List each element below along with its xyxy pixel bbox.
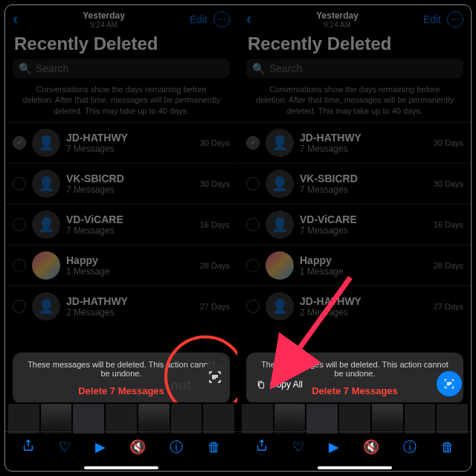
list-item[interactable]: 👤 VK-SBICRD 7 Messages 30 Days bbox=[239, 163, 471, 204]
row-right: 27 Days bbox=[434, 302, 463, 311]
back-chevron-icon[interactable]: ‹ bbox=[13, 10, 18, 29]
select-radio[interactable]: ✓ bbox=[246, 136, 260, 149]
search-input[interactable] bbox=[269, 62, 457, 74]
copy-all-button[interactable]: Copy All bbox=[249, 376, 310, 393]
select-radio[interactable] bbox=[13, 259, 26, 272]
thumbnail[interactable] bbox=[41, 404, 72, 434]
more-icon[interactable]: ⋯ bbox=[447, 11, 463, 28]
share-icon[interactable] bbox=[255, 439, 268, 456]
photo-toolbar: ♡ ▶ 🔇 ⓘ 🗑 bbox=[5, 431, 237, 463]
select-radio[interactable] bbox=[246, 259, 260, 272]
avatar: 👤 bbox=[266, 210, 294, 239]
thumbnail[interactable] bbox=[106, 404, 137, 434]
avatar: 👤 bbox=[266, 292, 294, 321]
live-text-icon[interactable] bbox=[200, 362, 230, 392]
delete-confirm-banner: These messages will be deleted. This act… bbox=[13, 353, 230, 404]
avatar: 👤 bbox=[32, 292, 60, 321]
row-name: VD-ViCARE bbox=[66, 213, 194, 225]
home-indicator bbox=[84, 466, 158, 469]
row-right: 16 Days bbox=[200, 220, 230, 229]
screenshot-right: ‹ Yesterday 9:24 AM Edit ⋯ Recently Dele… bbox=[239, 5, 471, 471]
row-right: 30 Days bbox=[200, 179, 230, 188]
thumbnail[interactable] bbox=[138, 404, 170, 434]
thumbnail[interactable] bbox=[306, 404, 338, 434]
select-radio[interactable] bbox=[13, 218, 26, 231]
photo-toolbar: ♡ ▶ 🔇 ⓘ 🗑 bbox=[239, 431, 471, 463]
row-right: 28 Days bbox=[434, 261, 463, 270]
avatar: 👤 bbox=[32, 170, 60, 198]
search-icon: 🔍 bbox=[252, 62, 265, 74]
row-right: 30 Days bbox=[434, 138, 463, 147]
row-sub: 7 Messages bbox=[66, 225, 194, 236]
share-icon[interactable] bbox=[22, 439, 35, 456]
edit-button[interactable]: Edit bbox=[423, 13, 441, 25]
thumbnail[interactable] bbox=[242, 404, 273, 434]
trash-icon[interactable]: 🗑 bbox=[208, 440, 221, 455]
select-radio[interactable] bbox=[13, 177, 26, 190]
list-item[interactable]: 👤 VD-ViCARE 7 Messages 16 Days bbox=[5, 204, 237, 245]
thumbnail[interactable] bbox=[8, 404, 39, 434]
play-icon[interactable]: ▶ bbox=[95, 439, 106, 455]
list-item[interactable]: Happy 1 Message 28 Days bbox=[239, 245, 471, 286]
avatar: 👤 bbox=[32, 129, 60, 157]
list-item[interactable]: 👤 VD-ViCARE 7 Messages 16 Days bbox=[239, 204, 471, 245]
heart-icon[interactable]: ♡ bbox=[292, 439, 304, 455]
thumbnail-strip[interactable] bbox=[5, 402, 237, 435]
edit-button[interactable]: Edit bbox=[190, 13, 208, 25]
select-radio[interactable] bbox=[246, 218, 260, 231]
list-item[interactable]: Happy 1 Message 28 Days bbox=[5, 245, 237, 286]
list-item[interactable]: ✓ 👤 JD-HATHWY 7 Messages 30 Days bbox=[5, 122, 237, 163]
row-name: VD-ViCARE bbox=[300, 213, 428, 225]
row-name: VK-SBICRD bbox=[66, 173, 194, 184]
back-chevron-icon[interactable]: ‹ bbox=[246, 10, 251, 29]
page-title: Recently Deleted bbox=[5, 30, 237, 59]
info-icon[interactable]: ⓘ bbox=[403, 438, 416, 456]
search-bar[interactable]: 🔍 bbox=[13, 59, 230, 78]
thumbnail[interactable] bbox=[339, 404, 370, 434]
thumbnail-strip[interactable] bbox=[239, 402, 471, 435]
nav-time: 9:24 AM bbox=[251, 21, 423, 29]
thumbnail[interactable] bbox=[203, 404, 234, 434]
row-right: 27 Days bbox=[200, 302, 230, 311]
thumbnail[interactable] bbox=[405, 404, 436, 434]
search-bar[interactable]: 🔍 bbox=[246, 59, 463, 78]
row-name: JD-HATHWY bbox=[66, 295, 194, 307]
row-sub: 7 Messages bbox=[66, 184, 194, 195]
select-radio[interactable] bbox=[246, 300, 260, 313]
row-sub: 7 Messages bbox=[66, 144, 194, 154]
search-icon: 🔍 bbox=[19, 62, 31, 74]
row-right: 30 Days bbox=[434, 179, 463, 188]
thumbnail[interactable] bbox=[171, 404, 202, 434]
list-item[interactable]: 👤 JD-HATHWY 2 Messages 27 Days bbox=[5, 286, 237, 327]
thumbnail[interactable] bbox=[372, 404, 403, 434]
live-text-icon[interactable] bbox=[437, 371, 462, 396]
speaker-muted-icon[interactable]: 🔇 bbox=[363, 439, 379, 455]
avatar: 👤 bbox=[266, 129, 294, 157]
list-item[interactable]: 👤 JD-HATHWY 2 Messages 27 Days bbox=[239, 286, 471, 327]
nav-date: Yesterday bbox=[18, 10, 190, 21]
deletion-explainer: Conversations show the days remaining be… bbox=[5, 84, 237, 122]
info-icon[interactable]: ⓘ bbox=[170, 438, 183, 456]
speaker-muted-icon[interactable]: 🔇 bbox=[129, 439, 146, 455]
screenshot-left: ‹ Yesterday 9:24 AM Edit ⋯ Recently Dele… bbox=[5, 5, 237, 471]
trash-icon[interactable]: 🗑 bbox=[441, 440, 454, 455]
nav-time: 9:24 AM bbox=[18, 21, 190, 29]
heart-icon[interactable]: ♡ bbox=[59, 439, 71, 455]
copy-all-label: Copy All bbox=[270, 379, 303, 390]
select-radio[interactable] bbox=[246, 177, 260, 190]
home-indicator bbox=[318, 466, 392, 469]
nav-date: Yesterday bbox=[251, 10, 423, 21]
list-item[interactable]: 👤 VK-SBICRD 7 Messages 30 Days bbox=[5, 163, 237, 204]
select-radio[interactable]: ✓ bbox=[13, 136, 26, 149]
more-icon[interactable]: ⋯ bbox=[213, 11, 230, 28]
list-item[interactable]: ✓ 👤 JD-HATHWY 7 Messages 30 Days bbox=[239, 122, 471, 163]
search-input[interactable] bbox=[36, 62, 224, 74]
row-name: JD-HATHWY bbox=[300, 295, 428, 307]
thumbnail[interactable] bbox=[437, 404, 468, 434]
svg-rect-0 bbox=[260, 383, 264, 388]
select-radio[interactable] bbox=[13, 300, 26, 313]
play-icon[interactable]: ▶ bbox=[329, 439, 339, 455]
delete-button[interactable]: Delete 7 Messages bbox=[23, 385, 219, 396]
thumbnail[interactable] bbox=[274, 404, 306, 434]
thumbnail[interactable] bbox=[73, 404, 104, 434]
